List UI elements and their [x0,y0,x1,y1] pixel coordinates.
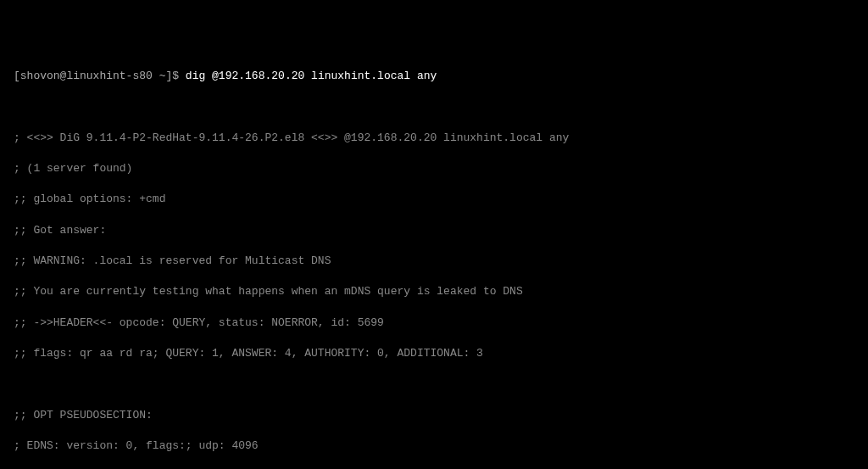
prompt-line-1[interactable]: [shovon@linuxhint-s80 ~]$ dig @192.168.2… [14,69,854,84]
global-options-line: ;; global options: +cmd [14,192,854,207]
flags-line: ;; flags: qr aa rd ra; QUERY: 1, ANSWER:… [14,346,854,361]
servers-found-line: ; (1 server found) [14,161,854,176]
dig-version-line: ; <<>> DiG 9.11.4-P2-RedHat-9.11.4-26.P2… [14,131,854,146]
opt-section-title: ;; OPT PSEUDOSECTION: [14,408,854,423]
entered-command: dig @192.168.20.20 linuxhint.local any [186,70,437,82]
blank-line [14,377,854,393]
got-answer-line: ;; Got answer: [14,223,854,238]
warning-1-line: ;; WARNING: .local is reserved for Multi… [14,254,854,269]
warning-2-line: ;; You are currently testing what happen… [14,284,854,299]
header-opcode-line: ;; ->>HEADER<<- opcode: QUERY, status: N… [14,315,854,331]
blank-line [14,99,854,114]
edns-line: ; EDNS: version: 0, flags:; udp: 4096 [14,438,854,454]
prompt-user-host: [shovon@linuxhint-s80 ~]$ [14,70,179,82]
